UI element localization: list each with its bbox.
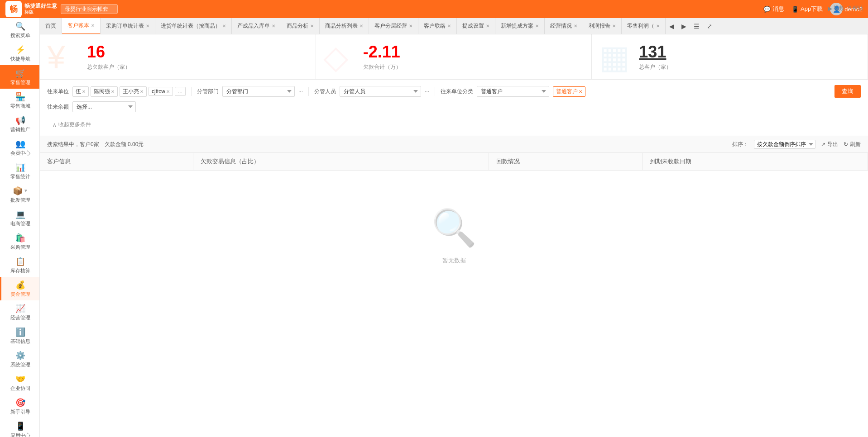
tab-production-inbound-label: 产成品入库单 [237,22,270,30]
sidebar-label-operations: 经营管理 [10,314,30,321]
sidebar-item-quick-nav[interactable]: ⚡ 快捷导航 [0,42,39,65]
sidebar-item-marketing[interactable]: 📢 营销推广 [0,112,39,136]
sidebar-label-batch: 批发管理 [10,197,30,204]
sidebar-item-search-menu[interactable]: 🔍 搜索菜单 [0,18,39,42]
tab-operations-status-close[interactable]: ✕ [574,24,577,28]
tab-operations-status[interactable]: 经营情况 ✕ [545,18,583,34]
message-btn[interactable]: 💬 消息 [763,5,784,13]
remaining-select[interactable]: 选择... [72,101,136,112]
tab-customer-contact-label: 客户联络 [424,22,446,30]
sidebar-item-retail[interactable]: 🛒 零售管理 [0,65,39,89]
sidebar-item-inventory[interactable]: 📋 库存核算 [0,253,39,277]
tab-purchase-close[interactable]: ✕ [146,24,149,28]
tab-production-inbound[interactable]: 产成品入库单 ✕ [232,18,281,34]
app-download-btn[interactable]: 📱 App下载 [791,5,823,13]
tab-customer-tier-close[interactable]: ✕ [409,24,412,28]
refresh-btn[interactable]: ↻ 刷新 [844,141,861,148]
tab-customer-contact-close[interactable]: ✕ [447,24,451,28]
tab-home[interactable]: 首页 [40,18,62,34]
tab-reminder-settings[interactable]: 提成设置 ✕ [457,18,495,34]
tab-product-analysis-list[interactable]: 商品分析列表 ✕ [320,18,369,34]
sidebar-item-purchase[interactable]: 🛍️ 采购管理 [0,230,39,253]
sidebar-item-system[interactable]: ⚙️ 系统管理 [0,347,39,371]
tab-maximize[interactable]: ⤢ [703,18,716,34]
tab-profit-report-label: 利润报告 [589,22,610,30]
filter-tag-wu-close[interactable]: ✕ [82,89,86,94]
system-icon: ⚙️ [15,351,25,361]
sort-label: 排序： [732,141,748,148]
tab-reminder-settings-close[interactable]: ✕ [486,24,489,28]
tab-new-achievement[interactable]: 新增提成方案 ✕ [495,18,545,34]
tab-production-close[interactable]: ✕ [272,24,275,28]
tab-new-achievement-close[interactable]: ✕ [535,24,539,28]
company-dropdown[interactable]: 母婴行业演示帐套 [61,4,118,14]
sidebar-item-enterprise[interactable]: 🤝 企业协同 [0,371,39,394]
tab-customer-contact[interactable]: 客户联络 ✕ [418,18,457,34]
member-center-icon: 👥 [15,139,25,149]
tab-customer-accounts-close[interactable]: ✕ [91,23,95,28]
filter-tag-chen-close[interactable]: ✕ [111,89,115,94]
tab-purchase-order-stats-label: 采购订单统计表 [106,22,144,30]
tab-nav-menu[interactable]: ☰ [690,18,703,34]
tab-nav-next[interactable]: ▶ [678,18,690,34]
filter-tag-wang-close[interactable]: ✕ [140,89,144,94]
sidebar-item-retail-mall[interactable]: 🏪 零售商城 [0,89,39,112]
sidebar-item-retail-stats[interactable]: 📊 零售统计 [0,159,39,183]
filter-tags-unit: 伍 ✕ 陈民强 ✕ 王小亮 ✕ [72,86,186,97]
tab-inbound-close[interactable]: ✕ [222,24,226,28]
sidebar-item-new-guide[interactable]: 🎯 新手引导 [0,394,39,418]
branch-person-more-icon[interactable]: ··· [425,88,429,95]
branch-dept-more-icon[interactable]: ··· [298,88,303,95]
sidebar-item-ecommerce[interactable]: 💻 电商管理 [0,206,39,230]
app-logo: 畅 畅捷通好生意 标版 [5,1,57,17]
tab-product-analysis-close[interactable]: ✕ [310,24,314,28]
in-unit-label: 往来单位 [47,88,69,95]
export-icon: ↗ [821,141,825,147]
tab-product-analysis-list-label: 商品分析列表 [325,22,358,30]
tab-product-analysis[interactable]: 商品分析 ✕ [281,18,320,34]
tab-inbound-stats[interactable]: 进货单统计表（按商品） ✕ [155,18,232,34]
branch-person-select[interactable]: 分管人员 [340,86,421,97]
new-guide-icon: 🎯 [15,398,25,408]
tab-retail-profit-close[interactable]: ✕ [656,24,660,28]
stat-total-customers-content: 131 总客户（家） [603,43,671,71]
sort-select[interactable]: 按欠款金额倒序排序 [754,140,815,149]
sidebar-label-quick-nav: 快捷导航 [10,56,30,62]
sidebar-item-finance[interactable]: 💰 资金管理 [0,277,39,300]
collapse-btn[interactable]: ∧ 收起更多条件 [47,119,861,130]
sidebar-label-enterprise: 企业协同 [10,385,30,392]
company-select[interactable]: 母婴行业演示帐套 [61,4,118,14]
enterprise-icon: 🤝 [15,374,25,384]
filter-tag-cjttcw-close[interactable]: ✕ [166,89,170,94]
tab-profit-report-close[interactable]: ✕ [612,24,616,28]
tab-retail-profit[interactable]: 零售利润（ ✕ [622,18,666,34]
sidebar-label-purchase: 采购管理 [10,244,30,251]
filter-tag-normal-close[interactable]: ✕ [579,89,582,94]
sidebar-item-operations[interactable]: 📈 经营管理 [0,300,39,324]
ecommerce-icon: 💻 [15,209,25,219]
sidebar-item-app-center[interactable]: 📱 应用中心 [0,418,39,437]
tab-nav-prev[interactable]: ◀ [666,18,678,34]
th-repayment: 回款情况 [489,153,643,171]
branch-dept-select[interactable]: 分管部门 [222,86,295,97]
tab-customer-tier[interactable]: 客户分层经营 ✕ [369,18,418,34]
tab-product-analysis-list-close[interactable]: ✕ [360,24,363,28]
tab-customer-accounts[interactable]: 客户账本 ✕ [62,18,101,34]
search-button[interactable]: 查询 [834,85,861,98]
sidebar-item-batch[interactable]: 📦 ▼ 批发管理 [0,183,39,206]
sidebar-label-retail-mall: 零售商城 [10,103,30,109]
empty-state: 🔍 暂无数据 [40,171,868,301]
filter-tag-wu: 伍 ✕ [72,86,89,97]
sidebar-item-member-center[interactable]: 👥 会员中心 [0,136,39,159]
export-btn[interactable]: ↗ 导出 [821,141,838,148]
sidebar-item-basic-info[interactable]: ℹ️ 基础信息 [0,324,39,347]
unit-category-select[interactable]: 普通客户 [477,86,549,97]
tab-profit-report[interactable]: 利润报告 ✕ [583,18,622,34]
tab-purchase-order-stats[interactable]: 采购订单统计表 ✕ [101,18,155,34]
th-overdue-transaction: 欠款交易信息（占比） [193,153,489,171]
filter-more-tags-btn[interactable]: ... [175,87,186,96]
data-table: 客户信息 欠款交易信息（占比） 回款情况 到期未收款日期 [40,153,868,171]
logo-icon: 畅 [5,1,22,17]
basic-info-icon: ℹ️ [15,327,25,337]
sidebar-label-finance: 资金管理 [10,291,30,298]
